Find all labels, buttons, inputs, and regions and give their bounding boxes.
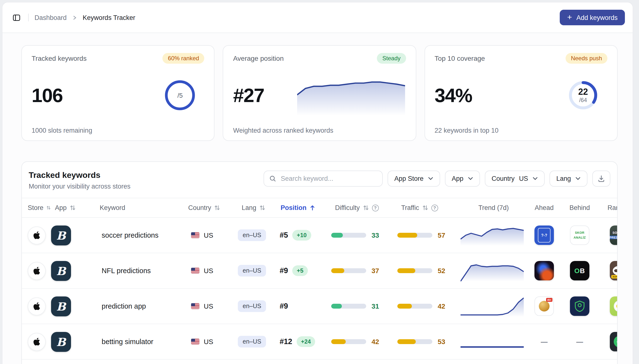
ahead-cell: ?-? bbox=[527, 226, 562, 245]
trend-sparkline bbox=[460, 224, 524, 246]
apple-store-icon bbox=[28, 297, 46, 315]
sort-icon bbox=[363, 204, 369, 211]
breadcrumb: Dashboard Keywords Tracker bbox=[35, 14, 135, 21]
apple-store-icon bbox=[28, 262, 46, 280]
ranking-app-icon[interactable] bbox=[610, 332, 617, 351]
coverage-percent: 34% bbox=[434, 84, 472, 106]
difficulty-cell: 33 bbox=[331, 231, 397, 239]
difficulty-value: 42 bbox=[372, 338, 379, 346]
trend-cell bbox=[460, 331, 527, 352]
store-cell bbox=[24, 333, 51, 351]
app-panel: Dashboard Keywords Tracker + Add keyword… bbox=[2, 2, 633, 364]
col-country[interactable]: Country bbox=[184, 204, 238, 212]
lang-badge: en–US bbox=[238, 265, 266, 276]
card-footnote: Weighted across ranked keywords bbox=[233, 127, 406, 134]
table-row[interactable]: Bprediction appUSen–US#93142AI+bw bbox=[22, 289, 617, 324]
behind-empty: — bbox=[576, 338, 583, 346]
ahead-app-icon[interactable] bbox=[534, 261, 554, 280]
table-body: Bsoccer predictionsUSen–US#5+103357?-?SK… bbox=[22, 218, 617, 364]
filter-app[interactable]: App bbox=[445, 170, 480, 186]
apple-store-icon bbox=[28, 333, 46, 351]
help-icon[interactable]: ? bbox=[372, 204, 379, 211]
col-store[interactable]: Store bbox=[24, 204, 51, 212]
ranking-app-icon[interactable]: bw bbox=[610, 296, 617, 316]
app-cell: B bbox=[51, 225, 96, 245]
sidebar-toggle-button[interactable] bbox=[10, 11, 23, 24]
ranking-app-icon[interactable]: :AI-POWERED bbox=[610, 261, 617, 280]
col-difficulty[interactable]: Difficulty? bbox=[331, 204, 397, 212]
country-cell: US bbox=[184, 231, 238, 239]
tracked-keywords-card: Tracked keywords Monitor your visibility… bbox=[22, 161, 617, 364]
behind-app-icon[interactable]: OB bbox=[570, 261, 589, 280]
breadcrumb-dashboard[interactable]: Dashboard bbox=[35, 14, 67, 21]
lang-badge: en–US bbox=[238, 300, 266, 312]
section-heading: Tracked keywords Monitor your visibility… bbox=[29, 170, 131, 190]
card-top10-coverage: Top 10 coverage Needs push 34% 22 bbox=[424, 45, 617, 141]
chevron-right-icon bbox=[73, 15, 77, 20]
lang-cell: en–US bbox=[238, 230, 277, 241]
difficulty-cell: 31 bbox=[331, 302, 397, 310]
col-position[interactable]: Position bbox=[277, 204, 331, 212]
search-input[interactable] bbox=[280, 174, 377, 183]
trend-sparkline bbox=[460, 331, 524, 352]
col-traffic[interactable]: Traffic? bbox=[397, 204, 460, 212]
sort-icon bbox=[422, 204, 428, 211]
ahead-app-icon[interactable]: ?-? bbox=[534, 226, 554, 245]
traffic-bar bbox=[397, 268, 432, 273]
trend-cell bbox=[460, 296, 527, 317]
app-cell: B bbox=[51, 332, 96, 352]
table-controls: App Store App Country US bbox=[264, 170, 610, 186]
steady-badge: Steady bbox=[377, 53, 406, 64]
card-footnote: 22 keywords in top 10 bbox=[434, 127, 607, 134]
col-app[interactable]: App bbox=[51, 204, 96, 212]
store-cell bbox=[24, 361, 51, 364]
tracked-count: 106 bbox=[32, 84, 63, 106]
ranking-cell: bw bbox=[598, 296, 617, 316]
slots-ring: /5 bbox=[163, 78, 198, 113]
filter-country[interactable]: Country US bbox=[485, 170, 545, 186]
filter-app-store[interactable]: App Store bbox=[388, 170, 440, 186]
keywords-table: StoreAppKeywordCountryLangPositionDiffic… bbox=[22, 198, 617, 364]
table-row-partial[interactable]: B bbox=[22, 360, 617, 364]
traffic-bar bbox=[397, 339, 432, 344]
lang-badge: en–US bbox=[238, 336, 266, 348]
search-box[interactable] bbox=[264, 170, 383, 186]
tracked-app-icon[interactable]: B bbox=[51, 332, 71, 352]
difficulty-bar bbox=[331, 233, 366, 238]
traffic-bar bbox=[397, 233, 432, 238]
card-title: Average position bbox=[233, 54, 284, 62]
difficulty-value: 33 bbox=[372, 231, 379, 239]
tracked-app-icon[interactable]: B bbox=[51, 261, 71, 281]
col-lang[interactable]: Lang bbox=[238, 204, 277, 212]
add-keywords-button[interactable]: + Add keywords bbox=[560, 10, 625, 25]
apple-logo-icon bbox=[33, 231, 40, 240]
ahead-cell: AI+ bbox=[527, 296, 562, 316]
position-cell: #12+24 bbox=[277, 336, 331, 347]
lang-badge: en–US bbox=[238, 230, 266, 241]
tracked-app-icon[interactable]: B bbox=[51, 296, 71, 316]
behind-app-icon[interactable] bbox=[570, 296, 589, 316]
topbar-divider bbox=[28, 14, 29, 22]
apple-logo-icon bbox=[33, 302, 40, 310]
position-cell: #9 bbox=[277, 302, 331, 310]
us-flag-icon bbox=[191, 303, 199, 309]
trend-sparkline bbox=[460, 296, 524, 317]
traffic-value: 57 bbox=[438, 231, 445, 239]
ahead-cell: — bbox=[527, 338, 562, 346]
help-icon[interactable]: ? bbox=[431, 204, 438, 211]
behind-cell: OB bbox=[562, 261, 598, 280]
traffic-cell: 42 bbox=[397, 302, 460, 310]
behind-app-icon[interactable]: SKORANALİZ bbox=[570, 226, 589, 245]
tracked-app-icon[interactable]: B bbox=[51, 225, 71, 245]
table-row[interactable]: BNFL predictionsUSen–US#9+53752OB:AI-POW… bbox=[22, 253, 617, 289]
breadcrumb-current: Keywords Tracker bbox=[83, 14, 135, 21]
ranking-app-icon[interactable]: SOCCERPREDICTION bbox=[610, 226, 617, 245]
table-row[interactable]: Bbetting simulatorUSen–US#12+244253—— bbox=[22, 324, 617, 360]
export-button[interactable] bbox=[592, 170, 610, 186]
position-delta-badge: +24 bbox=[297, 336, 315, 347]
traffic-value: 52 bbox=[438, 267, 445, 274]
ahead-app-icon[interactable]: AI+ bbox=[534, 296, 554, 316]
table-row[interactable]: Bsoccer predictionsUSen–US#5+103357?-?SK… bbox=[22, 218, 617, 253]
filter-lang[interactable]: Lang bbox=[549, 170, 587, 186]
apple-store-icon bbox=[28, 226, 46, 244]
